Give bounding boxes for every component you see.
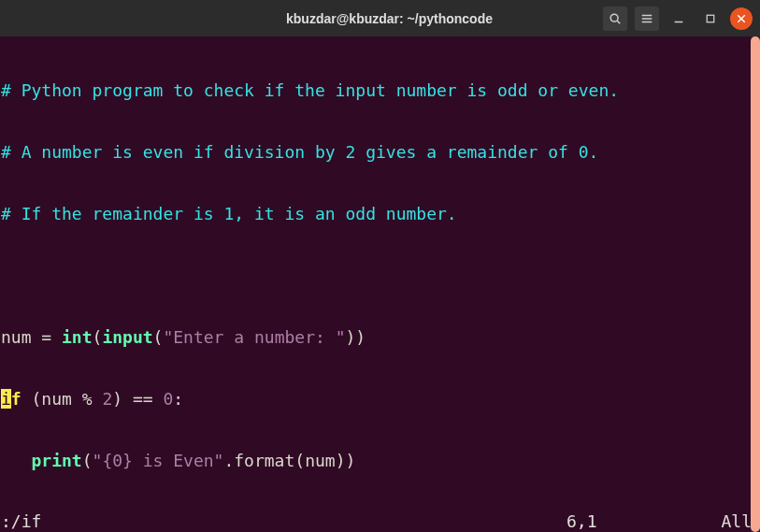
close-icon (736, 13, 747, 24)
maximize-icon (705, 13, 716, 24)
number: 0 (163, 389, 173, 409)
number: 2 (102, 389, 112, 409)
keyword: f (11, 389, 22, 409)
code-line-4 (0, 266, 760, 286)
status-position: 6,1 (566, 511, 716, 532)
cursor: i (1, 389, 11, 409)
identifier: num (1, 327, 32, 347)
search-icon (609, 12, 622, 25)
code-line-6: if (num % 2) == 0: (0, 389, 760, 410)
svg-rect-6 (707, 15, 714, 22)
menu-button[interactable] (635, 7, 659, 31)
vim-statusbar: :/if 6,1 All (0, 511, 760, 532)
builtin: input (102, 327, 152, 347)
hamburger-icon (640, 12, 653, 25)
close-button[interactable] (730, 7, 753, 30)
status-spacer (41, 511, 566, 532)
comment: # If the remainder is 1, it is an odd nu… (1, 204, 457, 223)
titlebar: kbuzdar@kbuzdar: ~/pythoncode (0, 0, 760, 36)
svg-line-1 (617, 21, 620, 23)
minimize-icon (672, 12, 685, 25)
code-line-3: # If the remainder is 1, it is an odd nu… (0, 204, 760, 224)
string: "{0} is Even" (93, 451, 224, 470)
code-line-5: num = int(input("Enter a number: ")) (0, 327, 760, 348)
code-line-1: # Python program to check if the input n… (0, 80, 760, 101)
terminal-editor[interactable]: # Python program to check if the input n… (0, 36, 760, 511)
comment: # A number is even if division by 2 give… (1, 142, 598, 162)
maximize-button[interactable] (698, 7, 723, 31)
string: "Enter a number: " (163, 327, 345, 347)
builtin: print (32, 451, 82, 470)
minimize-button[interactable] (667, 7, 691, 31)
window-title: kbuzdar@kbuzdar: ~/pythoncode (176, 11, 603, 26)
code-line-7: print("{0} is Even".format(num)) (0, 451, 760, 471)
code-line-2: # A number is even if division by 2 give… (0, 142, 760, 163)
search-button[interactable] (603, 7, 627, 31)
titlebar-controls (603, 7, 753, 31)
status-search: :/if (1, 511, 41, 532)
svg-point-0 (610, 14, 618, 22)
scrollbar[interactable] (751, 36, 760, 532)
builtin: int (62, 327, 93, 347)
comment: # Python program to check if the input n… (1, 80, 619, 100)
